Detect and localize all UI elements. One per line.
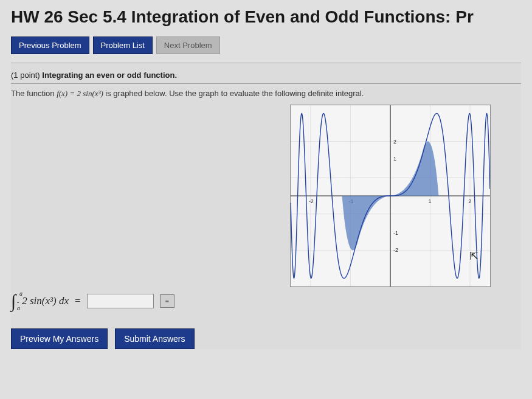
svg-text:-1: -1 bbox=[393, 230, 398, 236]
integrand: 2 sin(x³) dx bbox=[22, 295, 69, 307]
preview-answers-button[interactable]: Preview My Answers bbox=[11, 328, 108, 349]
function-description: The function f(x) = 2 sin(x³) is graphed… bbox=[11, 84, 521, 105]
previous-problem-button[interactable]: Previous Problem bbox=[11, 36, 89, 54]
points-line: (1 point) Integrating an even or odd fun… bbox=[11, 68, 521, 84]
points-topic: Integrating an even or odd function. bbox=[42, 71, 177, 80]
svg-text:1: 1 bbox=[429, 198, 432, 204]
answer-input[interactable] bbox=[87, 294, 154, 308]
equals-sign: = bbox=[75, 295, 81, 307]
integral-lower: -a bbox=[17, 299, 20, 311]
svg-text:1: 1 bbox=[393, 156, 396, 162]
integral-symbol: ∫ a -a bbox=[11, 292, 16, 310]
submit-row: Preview My Answers Submit Answers bbox=[11, 322, 521, 349]
integral-expression: ∫ a -a 2 sin(x³) dx = ≡ bbox=[11, 287, 521, 322]
fn-text-2: is graphed below. Use the graph to evalu… bbox=[105, 89, 364, 98]
points-prefix: (1 point) bbox=[11, 71, 42, 80]
next-problem-button: Next Problem bbox=[156, 36, 220, 54]
svg-text:2: 2 bbox=[393, 139, 396, 145]
equation-editor-icon[interactable]: ≡ bbox=[160, 294, 174, 308]
page-title: HW 26 Sec 5.4 Integration of Even and Od… bbox=[11, 7, 521, 27]
problem-body: (1 point) Integrating an even or odd fun… bbox=[11, 63, 521, 349]
graph-svg: -11 -22 12 -1-2 bbox=[291, 105, 490, 286]
problem-list-button[interactable]: Problem List bbox=[93, 36, 153, 54]
svg-text:2: 2 bbox=[468, 198, 471, 204]
fn-text-1: The function bbox=[11, 89, 57, 98]
function-graph: -11 -22 12 -1-2 bbox=[290, 105, 491, 287]
svg-text:-2: -2 bbox=[393, 247, 398, 253]
problem-nav: Previous Problem Problem List Next Probl… bbox=[11, 36, 521, 54]
integral-upper: a bbox=[19, 291, 22, 297]
svg-text:-2: -2 bbox=[309, 198, 314, 204]
fn-expression: f(x) = 2 sin(x³) bbox=[57, 89, 103, 98]
submit-answers-button[interactable]: Submit Answers bbox=[115, 328, 194, 349]
cursor-icon: ⇱ bbox=[469, 249, 478, 263]
